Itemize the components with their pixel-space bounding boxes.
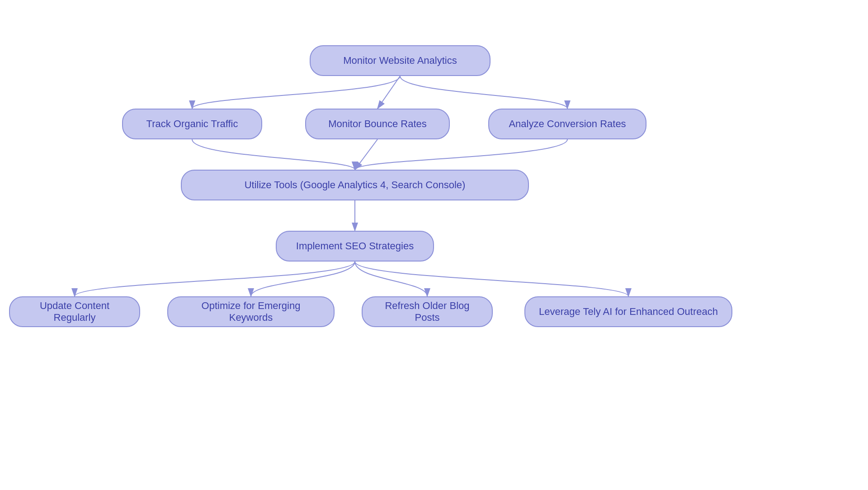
node-monitor-bounce: Monitor Bounce Rates xyxy=(305,109,450,139)
svg-line-2 xyxy=(355,139,377,170)
node-refresh-blog: Refresh Older Blog Posts xyxy=(362,296,493,327)
node-monitor-website: Monitor Website Analytics xyxy=(310,45,491,76)
svg-line-1 xyxy=(377,76,400,109)
node-leverage-tely: Leverage Tely AI for Enhanced Outreach xyxy=(524,296,732,327)
node-utilize-tools: Utilize Tools (Google Analytics 4, Searc… xyxy=(181,170,529,200)
node-implement-seo: Implement SEO Strategies xyxy=(276,231,434,262)
diagram-container: Monitor Website Analytics Track Organic … xyxy=(0,0,868,490)
node-analyze-conversion: Analyze Conversion Rates xyxy=(488,109,646,139)
node-optimize-keywords: Optimize for Emerging Keywords xyxy=(167,296,335,327)
node-update-content: Update Content Regularly xyxy=(9,296,140,327)
node-track-organic: Track Organic Traffic xyxy=(122,109,262,139)
